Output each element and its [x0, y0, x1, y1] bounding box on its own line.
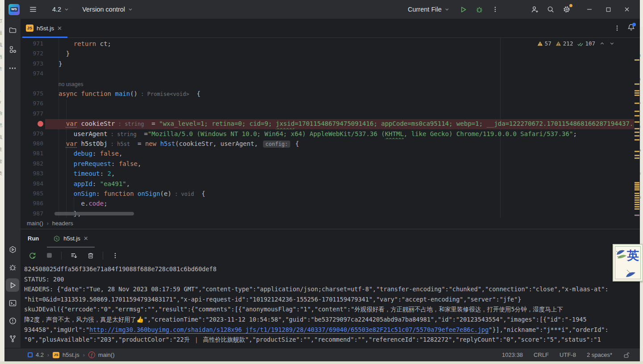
search-everywhere-button[interactable] — [543, 3, 558, 16]
stripe-mark[interactable] — [635, 139, 639, 141]
code-line[interactable]: 983 timeout: 2, — [21, 169, 634, 179]
code-line[interactable]: no usages — [21, 79, 634, 89]
main-menu-button[interactable] — [26, 3, 40, 16]
stripe-mark[interactable] — [635, 132, 639, 133]
next-problem-icon[interactable] — [609, 41, 615, 46]
run-button[interactable] — [456, 3, 470, 16]
code-line[interactable]: 973} — [21, 59, 634, 69]
stripe-mark[interactable] — [635, 103, 639, 104]
encoding-widget[interactable]: UTF-8 — [559, 352, 576, 358]
line-separator-widget[interactable]: CRLF — [534, 352, 549, 358]
console-more-button[interactable] — [108, 249, 122, 262]
scroll-to-end-button[interactable] — [67, 249, 81, 262]
inspections-widget[interactable]: 57 212 107 — [534, 39, 618, 48]
console-link[interactable]: http://img30.360buyimg.com/shaidan/s128x… — [89, 326, 489, 333]
breadcrumb-child[interactable]: headers — [52, 220, 73, 227]
project-widget[interactable]: 4.2 — [48, 3, 74, 16]
code-line[interactable]: 976 — [21, 99, 634, 109]
stripe-mark[interactable] — [635, 83, 639, 85]
settings-button[interactable] — [559, 3, 574, 16]
stripe-mark[interactable] — [635, 90, 639, 91]
code-line[interactable]: 979 userAgent : string ="Mozilla/5.0 (Wi… — [21, 129, 634, 139]
stripe-mark[interactable] — [635, 111, 639, 112]
clear-console-button[interactable] — [84, 249, 98, 262]
title-bar[interactable]: WS 4.2 Version control Current File — [4, 0, 640, 19]
statusbar-file[interactable]: JS h5st.js — [53, 352, 79, 358]
project-tool-button[interactable] — [6, 23, 19, 37]
code-line[interactable]: 980 var h5stObj : h5st = new h5st(cookie… — [21, 139, 634, 149]
close-tab-icon[interactable]: ✕ — [57, 25, 62, 31]
run-panel-title[interactable]: Run — [21, 235, 47, 242]
code-line[interactable]: var cookieStr : string = "wxa_level=1; r… — [21, 119, 634, 129]
stripe-mark[interactable] — [635, 197, 639, 199]
stripe-mark[interactable] — [635, 95, 639, 96]
code-line[interactable]: 984 appId: "ea491", — [21, 179, 634, 189]
stripe-mark[interactable] — [635, 193, 639, 194]
stripe-mark[interactable] — [635, 92, 639, 94]
unlock-icon[interactable] — [623, 352, 630, 359]
structure-tool-button[interactable] — [6, 42, 19, 56]
code-line[interactable]: 977 — [21, 109, 634, 119]
statusbar-project[interactable]: 4.2 — [28, 352, 44, 358]
stripe-mark[interactable] — [635, 128, 639, 129]
run-tab-h5st[interactable]: h5st.js ✕ — [47, 229, 94, 248]
ime-widget[interactable]: 英 — [613, 244, 643, 281]
stripe-mark[interactable] — [635, 215, 639, 216]
code-line[interactable]: 974 — [21, 69, 634, 79]
console-output[interactable]: 824508025dffa56f336e71a84f19088f688e728c… — [24, 264, 639, 348]
code-line[interactable]: 981 debug: false, — [21, 149, 634, 159]
stripe-mark[interactable] — [635, 182, 639, 183]
stripe-mark[interactable] — [635, 204, 639, 205]
stripe-mark[interactable] — [635, 186, 639, 187]
prev-problem-icon[interactable] — [599, 41, 605, 46]
stripe-mark[interactable] — [635, 189, 639, 190]
run-tool-button[interactable] — [6, 278, 19, 292]
stripe-mark[interactable] — [635, 199, 639, 201]
statusbar-scope[interactable]: f main() — [88, 352, 115, 358]
code-line[interactable]: 982 preRequest: false, — [21, 159, 634, 169]
services-tool-button[interactable] — [6, 243, 19, 256]
stripe-mark[interactable] — [635, 202, 639, 203]
minimize-button[interactable] — [581, 3, 598, 16]
close-run-tab-icon[interactable]: ✕ — [84, 236, 88, 241]
stripe-mark[interactable] — [635, 155, 639, 156]
code-editor[interactable]: 971 return ct;972 }973}974no usages975as… — [21, 38, 640, 218]
problems-tool-button[interactable] — [6, 314, 19, 327]
stripe-mark[interactable] — [635, 59, 639, 61]
version-control-tool-button[interactable] — [6, 332, 19, 345]
stripe-mark[interactable] — [635, 157, 639, 159]
stripe-mark[interactable] — [635, 115, 639, 116]
editor-tab-h5st[interactable]: JS h5st.js ✕ — [22, 19, 67, 38]
code-line[interactable]: 985 onSign: function onSign(e) : void { — [21, 189, 634, 199]
close-button[interactable] — [618, 3, 635, 16]
more-tool-windows-button[interactable] — [6, 62, 19, 75]
stripe-mark[interactable] — [635, 195, 639, 196]
error-stripe[interactable] — [634, 38, 640, 218]
horizontal-scrollbar[interactable] — [54, 212, 134, 215]
code-with-me-button[interactable] — [527, 3, 542, 16]
debug-button[interactable] — [472, 3, 486, 16]
vcs-widget[interactable]: Version control — [78, 3, 138, 16]
stripe-mark[interactable] — [635, 208, 639, 210]
stripe-mark[interactable] — [635, 184, 639, 185]
stripe-mark[interactable] — [635, 135, 639, 136]
indent-widget[interactable]: 2 spaces* — [587, 352, 612, 358]
breadcrumb-scope[interactable]: main() — [27, 220, 43, 227]
notifications-button[interactable] — [627, 23, 635, 33]
stop-button[interactable] — [42, 249, 56, 262]
stripe-mark[interactable] — [635, 121, 639, 123]
code-line[interactable]: 986 e.code; — [21, 199, 634, 209]
terminal-tool-button[interactable] — [6, 296, 19, 310]
code-line[interactable]: 972 } — [21, 49, 634, 59]
stripe-mark[interactable] — [635, 206, 639, 207]
run-configuration-selector[interactable]: Current File — [404, 3, 454, 16]
stripe-mark[interactable] — [635, 151, 639, 152]
breakpoint-dot[interactable] — [38, 121, 43, 127]
maximize-button[interactable] — [600, 3, 617, 16]
rerun-button[interactable] — [25, 249, 39, 262]
code-line[interactable]: 975async function main() : Promise<void>… — [21, 89, 634, 99]
caret-position-widget[interactable]: 1023:38 — [502, 352, 523, 358]
debug-tool-button[interactable] — [6, 261, 19, 274]
more-actions-button[interactable] — [488, 3, 502, 16]
stripe-mark[interactable] — [635, 187, 639, 189]
